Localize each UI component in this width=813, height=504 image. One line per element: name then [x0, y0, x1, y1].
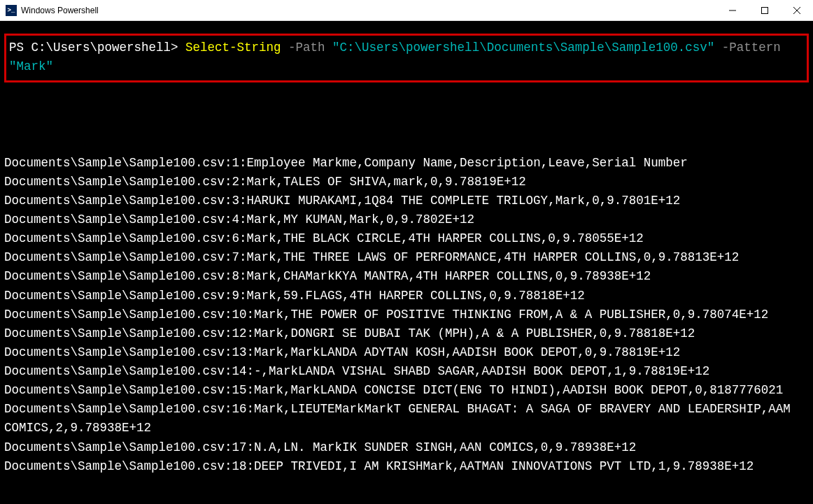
output-text: LANDA VISHAL SHABD SAGAR,AADISH BOOK DEP…	[298, 364, 709, 378]
output-line: Documents\Sample\Sample100.csv:1:Employe…	[4, 154, 809, 173]
output-text: ,TALES OF SHIVA,mark,0,9.78819E+12	[276, 175, 526, 189]
svg-rect-0	[762, 7, 768, 13]
minimize-icon	[729, 7, 736, 14]
match-highlight: Mark	[247, 210, 276, 229]
output-line: Documents\Sample\Sample100.csv:6:Mark,TH…	[4, 229, 809, 248]
titlebar[interactable]: >_ Windows Powershell	[0, 0, 813, 21]
output-line: Documents\Sample\Sample100.csv:3:HARUKI …	[4, 192, 809, 210]
maximize-icon	[761, 7, 768, 14]
window-title: Windows Powershell	[21, 6, 99, 15]
output-line: Documents\Sample\Sample100.csv:18:DEEP T…	[4, 457, 809, 476]
maximize-button[interactable]	[749, 0, 781, 21]
titlebar-left: >_ Windows Powershell	[0, 5, 99, 16]
terminal-area[interactable]: PS C:\Users\powershell> Select-String -P…	[0, 21, 813, 504]
output-text: Documents\Sample\Sample100.csv:18:DEEP T…	[4, 459, 754, 473]
output-text: Documents\Sample\Sample100.csv:10:	[4, 308, 254, 322]
output-line: Documents\Sample\Sample100.csv:2:Mark,TA…	[4, 173, 809, 192]
output-text: ,59.FLAGS,4TH HARPER COLLINS,0,9.78818E+…	[276, 289, 585, 303]
match-highlight: Mark	[247, 248, 276, 267]
output-text: Documents\Sample\Sample100.csv:3:HARUKI …	[4, 194, 556, 208]
output-text: Documents\Sample\Sample100.csv:6:	[4, 231, 247, 245]
pattern-string: "Mark"	[9, 59, 53, 73]
output-text: me,Company Name,Description,Leave,Serial…	[342, 156, 688, 170]
output-line: Documents\Sample\Sample100.csv:14:-,Mark…	[4, 362, 809, 381]
output-text: ,MarkLANDA ADYTAN KOSH,AADISH BOOK DEPOT…	[283, 345, 680, 359]
cmdlet-name: Select-String	[185, 41, 281, 55]
match-highlight: Mark	[254, 381, 283, 400]
output-text: ,0,9.7801E+12	[585, 194, 681, 208]
match-highlight: Mark	[254, 400, 283, 419]
prompt-text: PS C:\Users\powershell>	[9, 41, 185, 55]
output-text: ,THE THREE LAWS OF PERFORMANCE,4TH HARPE…	[276, 250, 740, 264]
match-highlight: Mark	[254, 324, 283, 343]
powershell-icon-glyph: >_	[8, 7, 15, 14]
match-highlight: Mark	[247, 229, 276, 248]
output-text: Documents\Sample\Sample100.csv:13:	[4, 345, 254, 359]
output-line: Documents\Sample\Sample100.csv:13:Mark,M…	[4, 343, 809, 362]
command-highlight-box: PS C:\Users\powershell> Select-String -P…	[4, 34, 809, 82]
window-controls	[716, 0, 813, 21]
output-area: Documents\Sample\Sample100.csv:1:Employe…	[0, 87, 813, 476]
output-text: ,THE BLACK CIRCLE,4TH HARPER COLLINS,0,9…	[276, 231, 644, 245]
output-text: Documents\Sample\Sample100.csv:12:	[4, 326, 254, 340]
param-path: -Path	[281, 41, 333, 55]
match-highlight: Mark	[313, 154, 342, 173]
close-button[interactable]	[781, 0, 813, 21]
output-text: Documents\Sample\Sample100.csv:9:	[4, 289, 247, 303]
powershell-icon: >_	[6, 5, 17, 16]
match-highlight: Mark	[247, 173, 276, 192]
output-text: Documents\Sample\Sample100.csv:8:	[4, 269, 247, 283]
path-string: "C:\Users\powershell\Documents\Sample\Sa…	[332, 41, 714, 55]
output-text: ,MY KUMAN,Mark,0,9.7802E+12	[276, 213, 475, 226]
output-line: Documents\Sample\Sample100.csv:16:Mark,L…	[4, 400, 809, 438]
output-line: Documents\Sample\Sample100.csv:17:N.A,LN…	[4, 438, 809, 457]
match-highlight: Mark	[254, 305, 283, 324]
output-text: ,MarkLANDA CONCISE DICT(ENG TO HINDI),AA…	[283, 383, 783, 397]
match-highlight: Mark	[313, 438, 342, 457]
output-text: IK SUNDER SINGH,AAN COMICS,0,9.78938E+12	[342, 440, 636, 454]
output-line: Documents\Sample\Sample100.csv:4:Mark,MY…	[4, 210, 809, 229]
close-icon	[793, 7, 800, 14]
output-text: Documents\Sample\Sample100.csv:16:	[4, 402, 254, 416]
output-text: Documents\Sample\Sample100.csv:14:-,	[4, 364, 269, 378]
output-line: Documents\Sample\Sample100.csv:9:Mark,59…	[4, 287, 809, 305]
output-text: Documents\Sample\Sample100.csv:1:Employe…	[4, 156, 313, 170]
output-line: Documents\Sample\Sample100.csv:7:Mark,TH…	[4, 248, 809, 267]
output-text: ,CHAMarkKYA MANTRA,4TH HARPER COLLINS,0,…	[276, 269, 651, 283]
output-text: ,THE POWER OF POSITIVE THINKING FROM,A &…	[283, 308, 768, 322]
output-line: Documents\Sample\Sample100.csv:15:Mark,M…	[4, 381, 809, 400]
output-text: Documents\Sample\Sample100.csv:7:	[4, 250, 247, 264]
param-pattern: -Pattern	[714, 41, 781, 55]
output-line: Documents\Sample\Sample100.csv:10:Mark,T…	[4, 305, 809, 324]
output-text: Documents\Sample\Sample100.csv:15:	[4, 383, 254, 397]
output-text: Documents\Sample\Sample100.csv:17:N.A,LN…	[4, 440, 313, 454]
match-highlight: Mark	[556, 192, 585, 210]
output-line: Documents\Sample\Sample100.csv:8:Mark,CH…	[4, 267, 809, 286]
match-highlight: Mark	[254, 343, 283, 362]
match-highlight: Mark	[247, 267, 276, 286]
output-text: ,DONGRI SE DUBAI TAK (MPH),A & A PUBLISH…	[283, 326, 695, 340]
output-text: Documents\Sample\Sample100.csv:4:	[4, 213, 247, 226]
minimize-button[interactable]	[716, 0, 749, 21]
output-line: Documents\Sample\Sample100.csv:12:Mark,D…	[4, 324, 809, 343]
output-text: Documents\Sample\Sample100.csv:2:	[4, 175, 247, 189]
match-highlight: Mark	[247, 287, 276, 305]
match-highlight: Mark	[269, 362, 298, 381]
